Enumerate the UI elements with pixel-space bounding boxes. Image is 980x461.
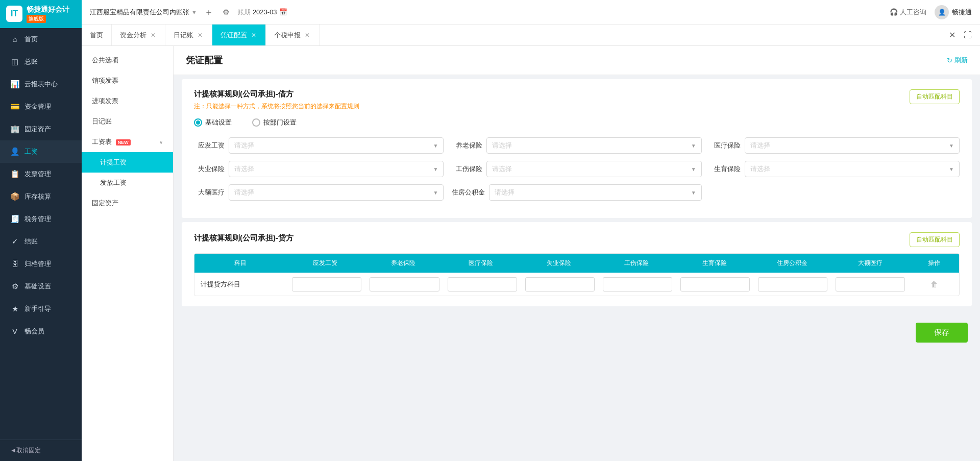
- cell-yanglao: [365, 273, 443, 296]
- avatar: 👤: [935, 5, 949, 19]
- close-tab-button[interactable]: ✕: [947, 28, 958, 42]
- label-yingfa: 应发工资: [194, 141, 225, 150]
- label-yiliao: 医疗保险: [710, 141, 741, 150]
- field-yingfa: 应发工资 请选择 ▼: [194, 137, 444, 154]
- left-menu-payroll-header[interactable]: 工资表 NEW ∨: [82, 132, 173, 152]
- section2-table: 科目 应发工资 养老保险 医疗保险 失业保险 工伤保险 生育保险 住房公积金 大…: [194, 253, 960, 296]
- auto-match-button-1[interactable]: 自动匹配科目: [910, 89, 960, 104]
- company-selector[interactable]: 江西服宝精品有限责任公司内账张 ▼: [90, 8, 197, 17]
- left-menu-sales[interactable]: 销项发票: [82, 70, 173, 91]
- company-arrow-icon: ▼: [191, 9, 197, 15]
- settings-icon: ⚙: [10, 282, 19, 291]
- headset-icon: 🎧: [890, 8, 898, 16]
- tab-voucher[interactable]: 凭证配置 ✕: [212, 25, 266, 45]
- input-shengyu[interactable]: [680, 277, 750, 292]
- sidebar-item-payroll[interactable]: 👤 工资: [0, 140, 82, 163]
- field-yanglao: 养老保险 请选择 ▼: [452, 137, 701, 154]
- sidebar-item-home[interactable]: ⌂ 首页: [0, 28, 82, 51]
- sidebar-unpin[interactable]: ◄取消固定: [0, 440, 82, 461]
- select-zhufang[interactable]: 请选择 ▼: [489, 184, 701, 201]
- section1-card: 计提核算规则(公司承担)-借方 注：只能选择一种方式，系统将按照您当前的选择来配…: [182, 79, 972, 218]
- user-menu[interactable]: 👤 畅捷通: [935, 5, 972, 19]
- input-shiye[interactable]: [525, 277, 595, 292]
- reports-icon: 📊: [10, 80, 19, 89]
- th-yingfa: 应发工资: [286, 254, 364, 273]
- gear-button[interactable]: ⚙: [220, 8, 231, 17]
- sidebar-item-vip[interactable]: V 畅会员: [0, 320, 82, 343]
- support-button[interactable]: 🎧 人工咨询: [890, 8, 926, 17]
- left-menu-journal[interactable]: 日记账: [82, 111, 173, 132]
- left-menu-public[interactable]: 公共选项: [82, 50, 173, 70]
- section1-title: 计提核算规则(公司承担)-借方: [194, 89, 359, 99]
- topbar-right: 🎧 人工咨询 👤 畅捷通: [890, 5, 972, 19]
- tab-funds[interactable]: 资金分析 ✕: [112, 25, 165, 45]
- input-dae[interactable]: [836, 277, 905, 292]
- save-button[interactable]: 保存: [916, 323, 968, 343]
- sidebar-logo[interactable]: IT 畅捷通好会计 旗舰版: [0, 0, 82, 28]
- select-yanglao[interactable]: 请选择 ▼: [486, 137, 701, 154]
- left-menu-pay-payroll[interactable]: 发放工资: [82, 173, 173, 193]
- radio-basic[interactable]: 基础设置: [194, 118, 232, 127]
- input-yanglao[interactable]: [370, 277, 439, 292]
- sidebar-item-settings[interactable]: ⚙ 基础设置: [0, 275, 82, 298]
- refresh-button[interactable]: ↻ 刷新: [947, 56, 968, 65]
- tab-journal[interactable]: 日记账 ✕: [165, 25, 212, 45]
- tab-home[interactable]: 首页: [82, 25, 112, 45]
- period-selector: 账期 2023-03 📅: [237, 8, 287, 17]
- auto-match-button-2[interactable]: 自动匹配科目: [910, 232, 960, 247]
- main-area: 江西服宝精品有限责任公司内账张 ▼ ＋ ⚙ 账期 2023-03 📅 🎧 人工咨…: [82, 0, 980, 461]
- left-menu-purchase[interactable]: 进项发票: [82, 91, 173, 111]
- tab-close-voucher[interactable]: ✕: [250, 31, 257, 40]
- label-yanglao: 养老保险: [452, 141, 482, 150]
- tab-tax[interactable]: 个税申报 ✕: [266, 25, 320, 45]
- select-yingfa[interactable]: 请选择 ▼: [229, 137, 444, 154]
- sidebar-item-assets[interactable]: 🏢 固定资产: [0, 118, 82, 140]
- radio-group: 基础设置 按部门设置: [194, 118, 960, 127]
- maximize-button[interactable]: ⛶: [962, 29, 974, 42]
- sidebar: IT 畅捷通好会计 旗舰版 ⌂ 首页 ◫ 总账 📊 云报表中心 💳 资金管理 🏢…: [0, 0, 82, 461]
- sidebar-item-funds[interactable]: 💳 资金管理: [0, 95, 82, 118]
- cell-dae: [831, 273, 909, 296]
- chevron-down-icon: ▼: [691, 190, 696, 196]
- delete-row-button[interactable]: 🗑: [930, 280, 938, 288]
- sidebar-item-inventory[interactable]: 📦 库存核算: [0, 185, 82, 208]
- select-dae[interactable]: 请选择 ▼: [229, 184, 444, 201]
- label-shengyu: 生育保险: [710, 164, 741, 174]
- sidebar-item-reports[interactable]: 📊 云报表中心: [0, 73, 82, 95]
- sidebar-item-tax[interactable]: 🧾 税务管理: [0, 208, 82, 230]
- tab-close-tax[interactable]: ✕: [304, 31, 311, 40]
- sidebar-item-archive[interactable]: 🗄 归档管理: [0, 253, 82, 275]
- radio-basic-circle: [194, 118, 202, 127]
- add-account-button[interactable]: ＋: [201, 6, 216, 18]
- left-menu-calc-payroll[interactable]: 计提工资: [82, 152, 173, 173]
- chevron-down-icon: ▼: [433, 190, 438, 196]
- archive-icon: 🗄: [10, 259, 19, 268]
- sidebar-item-guide[interactable]: ★ 新手引导: [0, 298, 82, 320]
- chevron-down-icon: ▼: [433, 143, 438, 149]
- th-yanglao: 养老保险: [364, 254, 442, 273]
- select-yiliao[interactable]: 请选择 ▼: [745, 137, 960, 154]
- tab-close-funds[interactable]: ✕: [150, 31, 157, 40]
- input-zhufang[interactable]: [758, 277, 827, 292]
- left-menu-fixed-assets[interactable]: 固定资产: [82, 193, 173, 213]
- cell-yingfa: [288, 273, 365, 296]
- select-shengyu[interactable]: 请选择 ▼: [745, 161, 960, 177]
- sidebar-item-invoices[interactable]: 📋 发票管理: [0, 163, 82, 185]
- select-shiye[interactable]: 请选择 ▼: [229, 161, 444, 177]
- section2-title: 计提核算规则(公司承担)-贷方: [194, 233, 293, 243]
- payroll-icon: 👤: [10, 147, 19, 156]
- radio-dept[interactable]: 按部门设置: [252, 118, 297, 127]
- sidebar-item-ledger[interactable]: ◫ 总账: [0, 51, 82, 73]
- calendar-icon[interactable]: 📅: [279, 8, 287, 16]
- tab-close-journal[interactable]: ✕: [197, 31, 204, 40]
- chevron-down-icon: ▼: [433, 166, 438, 172]
- th-op: 操作: [909, 254, 959, 273]
- sidebar-item-checkout[interactable]: ✓ 结账: [0, 230, 82, 253]
- input-yiliao[interactable]: [448, 277, 517, 292]
- input-gongshang[interactable]: [603, 277, 672, 292]
- select-gongshang[interactable]: 请选择 ▼: [486, 161, 701, 177]
- input-yingfa[interactable]: [292, 277, 361, 292]
- th-gongshang: 工伤保险: [598, 254, 676, 273]
- left-menu-payroll-group: 工资表 NEW ∨ 计提工资 发放工资: [82, 132, 173, 193]
- label-dae: 大额医疗: [194, 188, 225, 197]
